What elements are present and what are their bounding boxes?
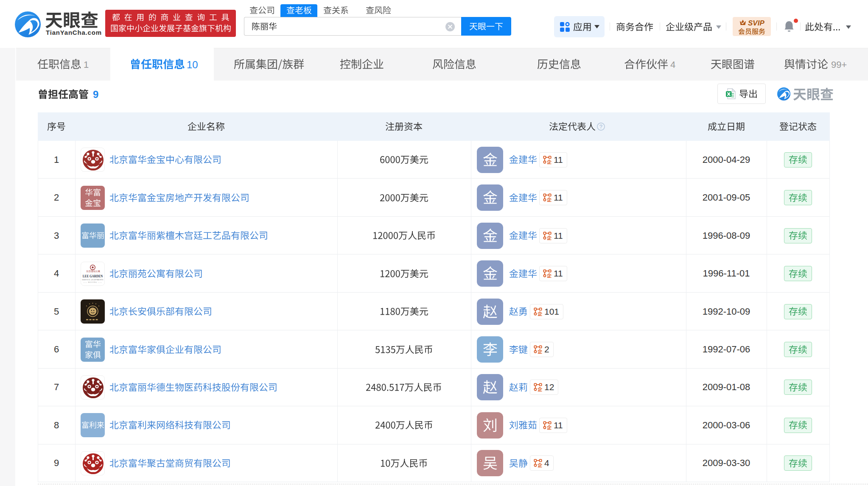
svg-text:LEE GARDEN: LEE GARDEN bbox=[83, 275, 103, 278]
svg-text:SERVICE APARTMENTS: SERVICE APARTMENTS bbox=[82, 279, 103, 281]
svg-text:—— BEIJING ——: —— BEIJING —— bbox=[83, 282, 102, 283]
svg-text:?: ? bbox=[599, 124, 602, 130]
